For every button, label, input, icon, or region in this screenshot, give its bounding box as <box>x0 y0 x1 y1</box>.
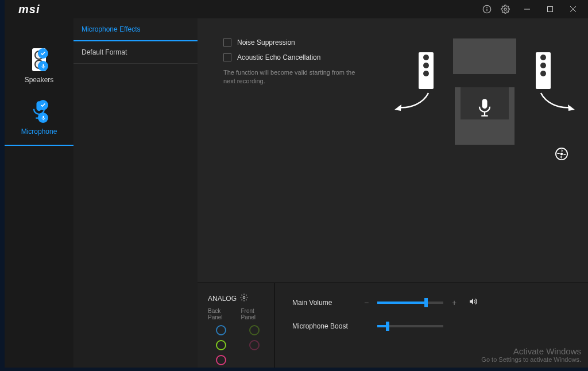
windows-activation-watermark: Activate Windows Go to Settings to activ… <box>481 346 581 363</box>
sidebar-item-speakers[interactable]: Speakers <box>5 41 74 93</box>
illustration <box>396 38 574 283</box>
volume-increase-button[interactable]: + <box>451 298 457 307</box>
noise-suppression-checkbox[interactable] <box>223 38 231 47</box>
svg-rect-13 <box>42 115 44 118</box>
titlebar: msi <box>5 0 588 18</box>
svg-point-2 <box>487 7 488 8</box>
mic-badge-icon <box>38 61 48 71</box>
volume-icon[interactable] <box>469 297 478 308</box>
mic-badge-icon <box>38 113 48 123</box>
check-badge-icon <box>38 100 48 110</box>
aec-hint: The function will become valid starting … <box>223 68 367 86</box>
right-speaker-icon <box>536 52 551 89</box>
jack-front-green[interactable] <box>249 325 260 335</box>
close-button[interactable] <box>563 1 583 17</box>
svg-rect-8 <box>42 64 44 67</box>
fan-icon <box>555 148 568 163</box>
analog-settings-icon[interactable] <box>240 293 248 303</box>
jack-green[interactable] <box>216 340 226 350</box>
arrow-right-icon <box>538 90 578 113</box>
svg-point-22 <box>243 296 245 299</box>
analog-title: ANALOG <box>208 295 237 303</box>
center-microphone-icon <box>477 98 493 120</box>
jack-blue[interactable] <box>216 325 226 335</box>
device-sidebar: Speakers Microphone <box>5 18 74 368</box>
info-icon[interactable] <box>478 0 496 18</box>
brand-logo: msi <box>18 3 40 16</box>
monitor-icon <box>453 38 516 74</box>
front-panel-label: Front Panel <box>241 308 268 320</box>
svg-point-3 <box>504 8 506 10</box>
svg-point-21 <box>560 153 563 156</box>
volume-decrease-button[interactable]: − <box>363 298 369 307</box>
main-volume-label: Main Volume <box>292 299 355 307</box>
main-volume-slider[interactable] <box>377 302 443 304</box>
minimize-button[interactable] <box>517 1 537 17</box>
subnav: Microphone Effects Default Format <box>74 18 198 368</box>
svg-marker-18 <box>394 105 401 111</box>
device-label: Microphone <box>21 127 57 136</box>
aec-checkbox[interactable] <box>223 53 231 61</box>
tab-default-format[interactable]: Default Format <box>74 41 198 64</box>
arrow-left-icon <box>391 90 431 113</box>
check-badge-icon <box>38 48 48 59</box>
mic-boost-label: Microphone Boost <box>292 322 355 330</box>
jack-front-pink[interactable] <box>249 340 260 350</box>
sidebar-item-microphone[interactable]: Microphone <box>5 93 74 146</box>
effects-options: Noise Suppression Acoustic Echo Cancella… <box>223 38 396 283</box>
jack-pink[interactable] <box>216 355 226 365</box>
maximize-button[interactable] <box>540 1 560 17</box>
analog-panel: ANALOG Back Panel Front P <box>198 283 275 368</box>
back-panel-label: Back Panel <box>208 308 234 320</box>
noise-suppression-label: Noise Suppression <box>237 38 295 47</box>
svg-rect-15 <box>482 99 487 109</box>
aec-label: Acoustic Echo Cancellation <box>237 53 320 61</box>
svg-marker-23 <box>470 299 473 305</box>
mixer-panel: Main Volume − + Microphone Boost <box>275 283 588 368</box>
svg-rect-5 <box>548 7 553 12</box>
tab-microphone-effects[interactable]: Microphone Effects <box>74 18 198 41</box>
left-speaker-icon <box>419 52 434 89</box>
bottom-panel: ANALOG Back Panel Front P <box>198 283 588 368</box>
device-label: Speakers <box>25 76 54 84</box>
settings-icon[interactable] <box>496 0 514 18</box>
mic-boost-slider[interactable] <box>377 325 443 327</box>
main-panel: Noise Suppression Acoustic Echo Cancella… <box>198 18 588 368</box>
app-window: msi <box>5 0 588 368</box>
svg-marker-19 <box>568 105 575 111</box>
